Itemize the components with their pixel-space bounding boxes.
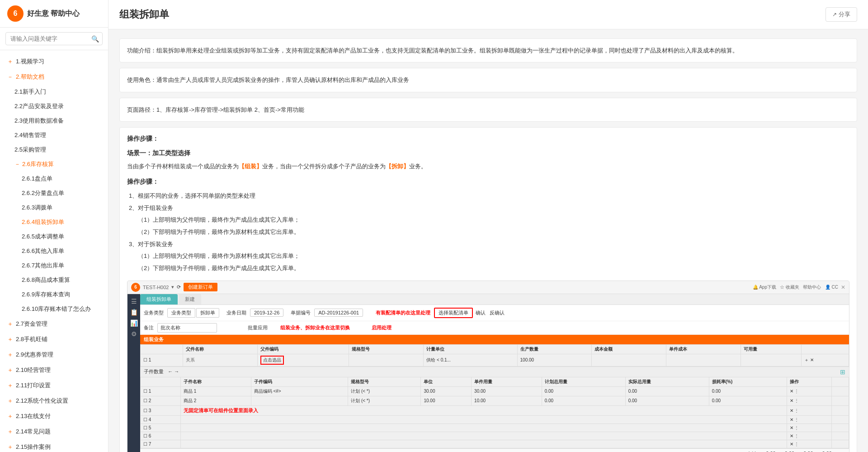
- sidebar-item-sales[interactable]: 2.4销售管理: [0, 128, 108, 143]
- lcol-unit: 单位: [421, 377, 472, 386]
- sidebar-item-purchase[interactable]: 2.5采购管理: [0, 143, 108, 157]
- sidebar-item-finance[interactable]: ＋ 2.7资金管理: [0, 316, 108, 332]
- mock-lower-head-row: 子件名称 子件编码 规格型号 单位 单件用量 计划总用量 实际总用量 损耗率(%…: [141, 377, 849, 386]
- share-button[interactable]: ↗ 分享: [826, 7, 857, 22]
- sidebar-item-video[interactable]: ＋ 1.视频学习: [0, 54, 108, 69]
- mock-upper-table: 父件名称 父件编码 规格型号 计量单位 生产数量 成本金额 单件成本 可用量: [140, 344, 849, 366]
- mock-lower-info: 子件数量 ← →: [144, 368, 182, 375]
- lcell-ops6: ✕ ⋮: [787, 432, 831, 440]
- lcell-ops1: ✕ ⋮: [787, 386, 831, 396]
- lcell-check4: ☐ 4: [141, 415, 181, 423]
- lcol-total-qty: 计划总用量: [542, 377, 625, 386]
- step-2-2: （2）下部明细为子件明细，最终作为原材料生成其它出库单。: [129, 227, 849, 238]
- steps-list: 1、根据不同的业务，选择不同单据的类型来处理 2、对于组装业务 （1）上部明细为…: [127, 190, 849, 274]
- lcell-code1: 商品编码 <#>: [251, 386, 348, 396]
- sidebar-item-sysconfig[interactable]: ＋ 2.12系统个性化设置: [0, 393, 108, 409]
- mock-code-box: 点击选品: [260, 356, 284, 365]
- mock-confirm-btn: 确认 反确认: [476, 309, 505, 316]
- intro-block: 功能介绍：组装拆卸单用来处理企业组装或拆卸等加工业务，支持有固定装配清单的产品加…: [119, 38, 857, 62]
- mock-create-btn: 创建新订单: [184, 283, 217, 291]
- mock-testid: TEST-H002: [143, 285, 169, 290]
- col-available: 可用量: [741, 344, 802, 354]
- mock-type-opt1: 业务类型: [167, 308, 195, 318]
- plus-icon-ops: ＋: [7, 366, 13, 374]
- lcell-actual1: 0.00: [625, 386, 709, 396]
- sidebar-item-stocktake[interactable]: 2.6.1盘点单: [0, 171, 108, 186]
- sidebar-item-video-label: 1.视频学习: [16, 57, 44, 66]
- logo-icon: 6: [7, 5, 24, 22]
- sidebar-item-dataprep[interactable]: 2.3使用前数据准备: [0, 114, 108, 128]
- lcol-expand: [831, 377, 849, 386]
- lcell-empty3: 无固定清单可在组件位置里面录入: [181, 405, 787, 415]
- sidebar-item-costrecalc[interactable]: 2.6.8商品成本重算: [0, 273, 108, 287]
- sidebar-item-newuser[interactable]: 2.1新手入门: [0, 85, 108, 99]
- lcell-total2: 0.00: [542, 396, 625, 405]
- sidebar-item-onlinepay-label: 2.13在线支付: [16, 412, 51, 420]
- sidebar-item-install[interactable]: 2.2产品安装及登录: [0, 99, 108, 114]
- lcol-check: [141, 377, 181, 386]
- sidebar-item-costadj[interactable]: 2.6.5成本调整单: [0, 229, 108, 244]
- mock-sidenav: ☰ 📋 📊 ⚙: [127, 294, 140, 452]
- search-input[interactable]: [5, 32, 103, 45]
- sidebar-item-inventory[interactable]: － 2.6库存核算: [0, 157, 108, 171]
- lcol-specs2: 规格型号: [348, 377, 421, 386]
- lcell-specs2: 计划 (< *): [348, 396, 421, 405]
- role-block: 使用角色：通常由生产人员或库管人员完成拆装业务的操作，库管人员确认原材料的出库和…: [119, 68, 857, 92]
- mock-lower-row2: ☐ 2 商品 2 计划 (< *) 10.00 10.00 0.00 0.00: [141, 396, 849, 405]
- sidebar-item-stockerr[interactable]: 2.6.10库存账本错了怎么办: [0, 302, 108, 316]
- plus-icon-faq: ＋: [7, 428, 13, 436]
- sidebar-item-transfer[interactable]: 2.6.3调拨单: [0, 200, 108, 215]
- mock-remark-input: 批次名称: [157, 323, 217, 333]
- sidebar-item-otherinbound[interactable]: 2.6.6其他入库单: [0, 244, 108, 258]
- mock-dropdown: ▾: [171, 284, 174, 290]
- mock-body: ☰ 📋 📊 ⚙ 组装拆卸单 新建: [127, 294, 849, 452]
- search-wrap: 🔍: [5, 32, 103, 45]
- mock-lower-table: 子件名称 子件编码 规格型号 单位 单件用量 计划总用量 实际总用量 损耗率(%…: [140, 377, 849, 448]
- step-3-2: （2）下部明细为子件明细，最终作为产成品生成其它入库单。: [129, 263, 849, 274]
- lcell-qtyper1: 30.00: [472, 386, 542, 396]
- mock-lower-section-header: 子件数量 ← → ⊞: [140, 366, 849, 377]
- sidebar-item-otheroutbound[interactable]: 2.6.7其他出库单: [0, 258, 108, 273]
- sidebar-item-ops-label: 2.10经营管理: [16, 366, 51, 374]
- mock-formrow1: 业务类型 业务类型 拆卸单 业务日期 2019-12-26 单据编号 AD-20…: [140, 305, 849, 321]
- mock-close-icon[interactable]: ✕: [841, 284, 845, 290]
- intro-text: 功能介绍：组装拆卸单用来处理企业组装或拆卸等加工业务，支持有固定装配清单的产品加…: [127, 47, 738, 54]
- sidebar-item-print-label: 2.11打印设置: [16, 381, 51, 390]
- lcell-empty7: [181, 440, 787, 448]
- sidebar-item-partialcount[interactable]: 2.6.2分量盘点单: [0, 186, 108, 200]
- sidebar-item-print[interactable]: ＋ 2.11打印设置: [0, 378, 108, 393]
- sidebar-item-faq[interactable]: ＋ 2.14常见问题: [0, 424, 108, 439]
- sidebar-item-coupon[interactable]: ＋ 2.9优惠券管理: [0, 347, 108, 362]
- scene1-title: 场景一：加工类型选择: [127, 149, 849, 157]
- sidebar-item-stockquery[interactable]: 2.6.9库存账本查询: [0, 287, 108, 302]
- lcell-loss1: 0.00: [709, 386, 787, 396]
- plus-icon-onlinepay: ＋: [7, 412, 13, 420]
- sidebar-item-mobile[interactable]: ＋ 2.8手机旺铺: [0, 332, 108, 347]
- main-content: 组装拆卸单 ↗ 分享 功能介绍：组装拆卸单用来处理企业组装或拆卸等加工业务，支持…: [108, 0, 868, 452]
- lcell-check5: ☐ 5: [141, 423, 181, 432]
- mock-cell-cost1: [592, 354, 666, 366]
- col-cost: 成本金额: [592, 344, 666, 354]
- content-area: 功能介绍：组装拆卸单用来处理企业组装或拆卸等加工业务，支持有固定装配清单的产品加…: [108, 29, 868, 452]
- mock-screenshot: 6 TEST-H002 ▾ ⟳ 创建新订单 🔔 App下载 ☆ 收藏夹 帮助中心…: [127, 281, 849, 452]
- mock-footer-totals: 合计 0.00 0.00 0.00 0.00: [140, 448, 849, 452]
- assembly-label: 【组装】: [239, 163, 262, 170]
- mock-label-no: 单据编号: [291, 309, 311, 316]
- col-count: 生产数量: [517, 344, 592, 354]
- sidebar-item-onlinepay[interactable]: ＋ 2.13在线支付: [0, 409, 108, 424]
- sidebar-item-cases[interactable]: ＋ 2.15操作案例: [0, 439, 108, 452]
- mock-nav-icon-2: 📋: [130, 309, 138, 316]
- sidebar-item-inventory-label: 2.6库存核算: [22, 160, 54, 168]
- lcol-actual: 实际总用量: [625, 377, 709, 386]
- sidebar-item-docs[interactable]: － 2.帮助文档: [0, 69, 108, 85]
- lcell-qtyper2: 10.00: [472, 396, 542, 405]
- main-header: 组装拆卸单 ↗ 分享: [108, 0, 868, 29]
- plus-icon-coupon: ＋: [7, 351, 13, 359]
- lcell-exp2: [831, 396, 849, 405]
- lcell-exp3: [831, 405, 849, 415]
- sidebar-item-assembly[interactable]: 2.6.4组装拆卸单: [0, 215, 108, 229]
- sidebar-item-faq-label: 2.14常见问题: [16, 428, 51, 436]
- sidebar-item-ops[interactable]: ＋ 2.10经营管理: [0, 362, 108, 378]
- sidebar-item-mobile-label: 2.8手机旺铺: [16, 335, 47, 343]
- sidebar-header: 6 好生意 帮助中心: [0, 0, 108, 28]
